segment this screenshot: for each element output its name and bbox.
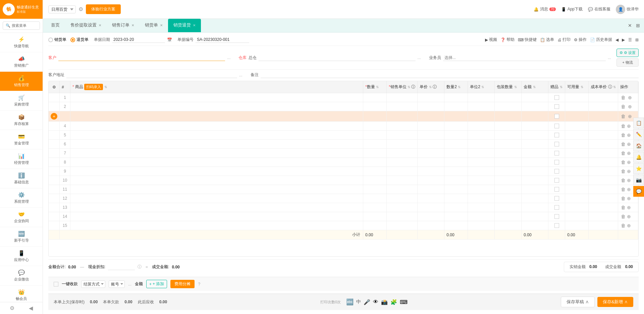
billno-input[interactable] [196,37,249,43]
pack-sort-icon[interactable]: ⇅ [514,85,517,89]
copy-btn[interactable]: ⊕ [626,150,632,156]
radio-return-bill[interactable]: 退货单 [70,37,89,43]
row2-unit2[interactable] [468,102,495,111]
date-input[interactable] [112,37,165,43]
row3-qty[interactable] [363,111,386,122]
product-sort-icon[interactable]: ⇅ [104,85,107,89]
row1-price[interactable] [418,93,444,102]
amount-sort-icon[interactable]: ⇅ [533,85,536,89]
row3-qty2[interactable] [444,111,468,122]
row1-gift[interactable] [548,93,565,102]
row3-unit2[interactable] [468,111,495,122]
settings-btn[interactable]: ⚙ ⚙ 设置 [616,49,639,57]
row1-amount[interactable] [522,93,548,102]
row2-product[interactable] [70,102,363,111]
row3-product[interactable] [70,111,363,122]
ri-btn-7[interactable]: 💬 [633,186,644,197]
cost-sort-icon[interactable]: ⇅ [613,85,616,89]
sidebar-item-wecom[interactable]: 💬 企业微信 [0,266,43,286]
gift-cb[interactable] [554,214,559,219]
sidebar-item-sales[interactable]: 💰 销售管理 [0,72,43,91]
trial-btn[interactable]: 体验行业方案 [86,4,121,14]
gift-cb[interactable] [554,142,559,146]
del-btn[interactable]: 🗑 [620,223,626,228]
qty-sort-icon[interactable]: ⇅ [376,85,379,89]
grid-view-btn[interactable]: ⊞ [635,21,641,29]
sidebar-item-finance[interactable]: 💳 资金管理 [0,130,43,149]
copy-btn[interactable]: ⊕ [626,214,632,219]
row2-amount[interactable] [522,102,548,111]
cost-info-icon[interactable]: ⓘ [608,84,612,89]
tab-close-sales-bill[interactable]: ✕ [160,23,163,27]
row1-unit2[interactable] [468,93,495,102]
del-btn[interactable]: 🗑 [620,169,626,174]
one-click-checkbox[interactable] [54,282,58,287]
price-info-icon[interactable]: ⓘ [433,84,437,89]
copy-btn[interactable]: ⊕ [626,132,632,138]
row2-avail[interactable] [565,102,589,111]
add-payment-btn[interactable]: + + 添加 [146,280,167,288]
row1-cost[interactable] [589,93,618,102]
row2-qty[interactable] [363,102,386,111]
sidebar-item-marketing[interactable]: 📣 营销推广 [0,52,43,72]
customer-dots[interactable]: ... [227,55,230,60]
row2-qty2[interactable] [444,102,468,111]
collapse-sidebar-btn[interactable]: ◀ [29,305,33,311]
gift-checkbox-1[interactable] [554,95,559,100]
warehouse-dots[interactable]: ... [418,55,421,60]
gift-cb[interactable] [554,133,559,137]
gift-sort-icon[interactable]: ⇅ [560,85,562,89]
discount-input[interactable] [108,264,135,270]
staff-dots[interactable]: ... [608,55,611,60]
online-service-btn[interactable]: 💬 在线客服 [588,6,610,12]
gift-cb[interactable] [554,205,559,210]
del-btn[interactable]: 🗑 [620,160,626,165]
copy-btn[interactable]: ⊕ [626,205,632,210]
select-btn[interactable]: 📋 选单 [540,37,554,43]
remark-input[interactable] [261,72,639,78]
gift-checkbox-2[interactable] [554,104,559,109]
unit2-sort-icon[interactable]: ⇅ [481,85,484,89]
save-new-btn[interactable]: 保存&新增 ∧ [597,297,633,307]
notification-btn[interactable]: 🔔 消息 70 [534,6,556,12]
gift-cb[interactable] [554,196,559,201]
settings-bottom-btn[interactable]: ⚙ [10,305,14,311]
warehouse-input[interactable] [259,55,415,61]
prev-record-btn[interactable]: ◀ [615,38,619,42]
module-select[interactable]: 日用百货 [48,5,76,13]
table-view-btn[interactable]: ⊞ [635,38,639,42]
tab-home[interactable]: 首页 [46,19,65,32]
row1-pack[interactable] [495,93,522,102]
gift-cb[interactable] [554,160,559,165]
row2-price[interactable] [418,102,444,111]
sidebar-item-purchase[interactable]: 🛒 采购管理 [0,91,43,111]
row2-pack[interactable] [495,102,522,111]
row3-price[interactable] [418,111,444,122]
del-btn[interactable]: 🗑 [620,178,626,183]
account-dots[interactable]: ... [128,282,131,287]
gift-cb[interactable] [554,124,559,128]
row3-unit[interactable] [386,111,417,122]
delete-row1-btn[interactable]: 🗑 [620,95,626,100]
del-btn[interactable]: 🗑 [620,123,626,129]
calc-method-select[interactable]: 结算方式 [81,280,105,288]
ri-btn-1[interactable]: 📋 [633,118,644,128]
gift-cb[interactable] [554,223,559,228]
qty2-sort-icon[interactable]: ⇅ [458,85,461,89]
row2-gift[interactable] [548,102,565,111]
tab-sales-bill[interactable]: 销货单 ✕ [140,19,168,32]
sidebar-item-operations[interactable]: 📊 经营管理 [0,149,43,169]
gift-cb[interactable] [554,187,559,192]
delete-row2-btn[interactable]: 🗑 [620,104,626,109]
del-btn[interactable]: 🗑 [620,150,626,156]
delete-row3-btn[interactable]: 🗑 [620,114,626,119]
sidebar-item-member[interactable]: 👑 畅会员 [0,286,43,302]
copy-row2-btn[interactable]: ⊕ [627,104,633,109]
ri-btn-6[interactable]: 📷 [633,175,644,185]
print-btn[interactable]: 🖨 打印 [557,37,571,43]
user-profile[interactable]: 👤 徐泽华 [616,5,639,14]
copy-btn[interactable]: ⊕ [626,178,632,183]
gift-checkbox-3[interactable] [554,114,559,119]
unit-info-icon[interactable]: ⓘ [411,84,415,89]
sidebar-item-inventory[interactable]: 📦 库存核算 [0,111,43,130]
